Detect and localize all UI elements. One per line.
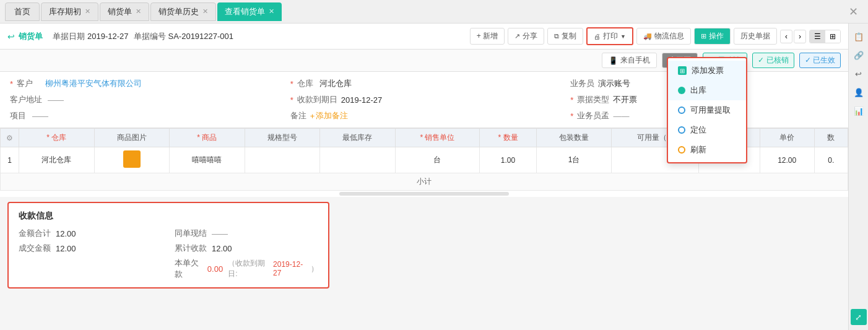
from-mobile-button[interactable]: 📱 来自手机 xyxy=(602,53,657,68)
address-value: —— xyxy=(48,95,64,105)
same-order-label: 同单现结 xyxy=(175,228,207,239)
current-due-label: 本单欠款 xyxy=(175,258,202,280)
menu-item-add-invoice[interactable]: ⊞ 添加发票 xyxy=(668,61,746,80)
salesperson-value: 演示账号 xyxy=(598,78,630,89)
salesperson2-label: 业务员孟 xyxy=(577,110,609,121)
address-label: 客户地址 xyxy=(10,94,44,105)
date-value: 2019-12-27 xyxy=(87,32,129,41)
logistics-button[interactable]: 🚚 物流信息 xyxy=(636,28,691,45)
row-quantity: 1.00 xyxy=(480,147,537,173)
print-button[interactable]: 🖨 打印 ▼ xyxy=(586,27,633,45)
tab-bar: 首页 库存期初 ✕ 销货单 ✕ 销货单历史 ✕ 查看销货单 ✕ ✕ xyxy=(0,0,868,24)
project-label: 项目 xyxy=(10,110,28,121)
doc-date-field: 单据日期 2019-12-27 xyxy=(53,31,129,42)
menu-item-available[interactable]: 可用量提取 xyxy=(668,100,746,120)
warehouse-field: * 仓库 河北仓库 xyxy=(290,78,558,89)
subtotal-label: 小计 xyxy=(1,173,848,191)
cumulative-row: 累计收款 12.00 xyxy=(175,243,318,254)
inventory-init-label: 库存期初 xyxy=(49,6,81,17)
row-spec xyxy=(245,147,320,173)
col-package: 包装数量 xyxy=(536,129,612,147)
row-unit: 台 xyxy=(395,147,480,173)
scroll-bar[interactable] xyxy=(339,192,509,196)
available-label: 可用量提取 xyxy=(690,105,731,116)
outbound-icon xyxy=(678,87,685,94)
amount-label: 金额合计 xyxy=(19,228,51,239)
next-arrow[interactable]: › xyxy=(794,30,806,43)
payment-date-field: * 收款到期日 2019-12-27 xyxy=(290,94,558,105)
tab-sales-history[interactable]: 销货单历史 ✕ xyxy=(150,2,216,21)
project-value: —— xyxy=(32,111,48,121)
col-quantity: * 数量 xyxy=(480,129,537,147)
copy-button[interactable]: ⧉ 复制 xyxy=(547,28,583,45)
grid-view-btn[interactable]: ⊞ xyxy=(825,30,840,43)
check-icon2: ✓ xyxy=(805,56,813,64)
required-star5: * xyxy=(570,111,573,121)
sales-order-close[interactable]: ✕ xyxy=(136,7,141,15)
refresh-label: 刷新 xyxy=(690,144,706,155)
inventory-init-close[interactable]: ✕ xyxy=(85,7,90,15)
available-icon xyxy=(678,106,685,114)
current-due-value: 0.00 xyxy=(207,264,223,274)
view-sales-close[interactable]: ✕ xyxy=(269,7,274,15)
notes-label: 备注 xyxy=(290,110,306,121)
share-label: 分享 xyxy=(523,31,537,41)
operations-label: 操作 xyxy=(709,31,724,41)
right-sidebar: 📋 🔗 ↩ 👤 📊 ⤢ xyxy=(848,24,868,330)
row-index: 1 xyxy=(1,147,19,173)
history-button[interactable]: 历史单据 xyxy=(734,28,777,45)
add-note-btn[interactable]: + 添加备注 xyxy=(310,110,349,121)
dropdown-menu: ⊞ 添加发票 出库 可用量提取 定位 刷新 xyxy=(667,57,747,163)
row-product-img xyxy=(94,147,170,173)
tab-sales-order[interactable]: 销货单 ✕ xyxy=(100,2,149,21)
print-label: 打印 xyxy=(603,31,618,41)
tab-inventory-init[interactable]: 库存期初 ✕ xyxy=(41,2,98,21)
col-unit: * 销售单位 xyxy=(395,129,480,147)
menu-item-locate[interactable]: 定位 xyxy=(668,120,746,140)
mobile-icon: 📱 xyxy=(609,56,618,65)
check-icon: ✓ xyxy=(758,56,766,64)
copy-label: 复制 xyxy=(562,31,576,41)
menu-item-outbound[interactable]: 出库 xyxy=(668,80,746,100)
doc-number-field: 单据编号 SA-20191227-001 xyxy=(134,31,234,42)
tab-view-sales[interactable]: 查看销货单 ✕ xyxy=(217,2,282,21)
warehouse-value: 河北仓库 xyxy=(319,78,352,89)
operations-button[interactable]: ⊞ 操作 xyxy=(694,28,731,45)
add-invoice-icon: ⊞ xyxy=(678,66,687,75)
sold-out-badge: ✓ 已核销 xyxy=(752,53,794,68)
menu-item-refresh[interactable]: 刷新 xyxy=(668,140,746,160)
amount-row: 金额合计 12.00 xyxy=(19,228,162,239)
print-icon: 🖨 xyxy=(594,33,601,40)
outbound-label: 出库 xyxy=(690,85,706,96)
col-settings: ⚙ xyxy=(1,129,19,147)
sidebar-icon-5[interactable]: 📊 xyxy=(851,103,867,119)
list-view-btn[interactable]: ☰ xyxy=(810,30,825,43)
amount-value: 12.00 xyxy=(56,229,76,238)
expand-button[interactable]: ⤢ xyxy=(851,309,867,325)
operations-icon: ⊞ xyxy=(701,32,706,40)
add-invoice-label: 添加发票 xyxy=(692,65,724,76)
due-date-value: 2019-12-27 xyxy=(273,260,306,277)
add-note-label: 添加备注 xyxy=(316,110,348,121)
window-close-button[interactable]: ✕ xyxy=(844,5,863,19)
share-button[interactable]: ↗ 分享 xyxy=(508,28,544,45)
tab-home[interactable]: 首页 xyxy=(5,2,40,21)
sidebar-icon-3[interactable]: ↩ xyxy=(851,66,867,82)
doc-type-label: 销货单 xyxy=(19,31,43,42)
sidebar-icon-1[interactable]: 📋 xyxy=(851,28,867,45)
date-label: 单据日期 xyxy=(53,31,85,42)
sidebar-icon-4[interactable]: 👤 xyxy=(851,84,867,100)
sales-history-close[interactable]: ✕ xyxy=(202,7,208,15)
add-icon: + xyxy=(310,111,315,121)
print-chevron: ▼ xyxy=(620,33,626,40)
product-thumbnail xyxy=(123,150,141,168)
sidebar-icon-2[interactable]: 🔗 xyxy=(851,47,867,63)
cumulative-label: 累计收款 xyxy=(175,243,207,254)
prev-arrow[interactable]: ‹ xyxy=(780,30,792,43)
new-button[interactable]: + 新增 xyxy=(470,28,505,45)
required-star: * xyxy=(10,79,13,89)
row-min-stock xyxy=(320,147,396,173)
nav-arrows: ‹ › xyxy=(780,30,806,43)
share-icon: ↗ xyxy=(514,32,520,40)
salesperson-label: 业务员 xyxy=(570,78,594,89)
